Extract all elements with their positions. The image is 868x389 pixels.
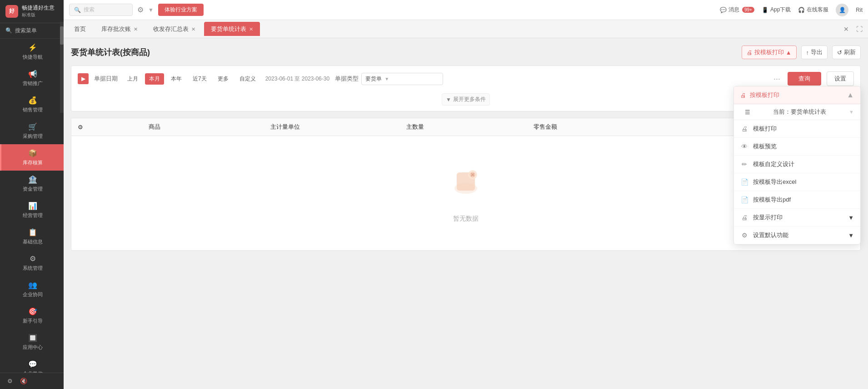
filter-expand-btn[interactable]: ▶ xyxy=(78,73,89,84)
dropdown-display-print-left: 🖨 按显示打印 xyxy=(740,213,783,222)
dropdown-default-fn-left: ⚙ 设置默认功能 xyxy=(740,231,788,239)
tabbar: 首页 库存批次账 ✕ 收发存汇总表 ✕ 要货单统计表 ✕ ✕ ⛶ xyxy=(64,20,868,38)
topbar-search[interactable]: 🔍 搜索 xyxy=(69,4,133,16)
sidebar-item-operation[interactable]: 📊 经营管理 xyxy=(0,197,64,223)
app-logo[interactable]: 好 畅捷通好生意 标准版 xyxy=(0,0,64,23)
industry-btn[interactable]: 体验行业方案 xyxy=(158,4,204,16)
download-icon: 📱 xyxy=(762,7,768,13)
dropdown-item-template-preview[interactable]: 👁 模板预览 xyxy=(734,138,860,156)
sidebar-item-sales[interactable]: 💰 销售管理 xyxy=(0,91,64,118)
tab-receipt-summary-label: 收发存汇总表 xyxy=(153,25,189,33)
sidebar-item-basic[interactable]: 📋 基础信息 xyxy=(0,223,64,250)
template-custom-icon: ✏ xyxy=(740,161,748,168)
date-btn-custom[interactable]: 自定义 xyxy=(235,73,260,85)
sidebar-item-guide[interactable]: 🎯 新手引导 xyxy=(0,303,64,329)
tab-close-window-btn[interactable]: ✕ xyxy=(842,24,851,35)
dropdown-title: 🖨 按模板打印 xyxy=(740,91,779,99)
message-item[interactable]: 💬 消息 99+ xyxy=(720,6,754,14)
expand-more-btn[interactable]: ▼ 展开更多条件 xyxy=(442,93,490,106)
tab-receipt-summary[interactable]: 收发存汇总表 ✕ xyxy=(146,22,202,36)
page-actions: 🖨 按模板打印 ▲ ↑ 导出 ↺ 刷新 xyxy=(742,45,861,59)
dropdown-display-print[interactable]: 🖨 按显示打印 ▼ xyxy=(734,209,860,227)
app-download-item[interactable]: 📱 App下载 xyxy=(762,6,791,14)
sidebar-item-wechat[interactable]: 💬 企业微信 xyxy=(0,355,64,373)
dropdown-default-fn[interactable]: ⚙ 设置默认功能 ▼ xyxy=(734,227,860,244)
more-actions-btn[interactable]: ··· xyxy=(772,74,782,84)
sidebar-item-quick-nav[interactable]: ⚡ 快捷导航 xyxy=(0,39,64,65)
tab-order-summary-close[interactable]: ✕ xyxy=(249,26,253,32)
tab-home-label: 首页 xyxy=(74,25,86,33)
refresh-btn[interactable]: ↺ 刷新 xyxy=(832,45,861,59)
sidebar-item-label: 资金管理 xyxy=(23,186,43,192)
user-avatar[interactable]: 👤 xyxy=(836,4,848,16)
date-btn-more[interactable]: 更多 xyxy=(214,73,233,85)
sidebar-item-finance[interactable]: 🏦 资金管理 xyxy=(0,171,64,197)
sidebar-search[interactable]: 🔍 搜索菜单 xyxy=(0,23,64,39)
export-btn[interactable]: ↑ 导出 xyxy=(801,45,828,59)
topbar-dropdown-icon[interactable]: ▼ xyxy=(148,7,154,13)
export-label: 导出 xyxy=(811,48,823,56)
tab-receipt-summary-close[interactable]: ✕ xyxy=(191,26,195,32)
dropdown-title-label: 按模板打印 xyxy=(750,91,779,99)
topbar-gear-icon[interactable]: ⚙ xyxy=(137,5,144,14)
template-excel-icon: 📄 xyxy=(740,178,748,186)
sidebar-item-marketing[interactable]: 📢 营销推广 xyxy=(0,65,64,91)
template-print-btn[interactable]: 🖨 按模板打印 ▲ xyxy=(742,45,797,59)
dropdown-item-template-excel[interactable]: 📄 按模板导出excel xyxy=(734,173,860,191)
dropdown-item-template-print[interactable]: 🖨 模板打印 xyxy=(734,120,860,138)
dropdown-current-arrow: ▼ xyxy=(849,109,854,115)
date-btn-current[interactable]: 本月 xyxy=(145,73,164,85)
collab-icon: 👥 xyxy=(28,281,37,289)
dropdown-close-btn[interactable]: ▲ xyxy=(847,91,854,99)
sidebar-item-inventory[interactable]: 📦 库存核算 xyxy=(0,144,64,171)
filter-dates: 上月 本月 本年 近7天 更多 自定义 xyxy=(123,73,260,85)
tab-batch-account-close[interactable]: ✕ xyxy=(134,26,138,32)
wechat-icon: 💬 xyxy=(28,360,37,369)
sidebar-item-collab[interactable]: 👥 企业协同 xyxy=(0,276,64,303)
sidebar-item-label: 营销推广 xyxy=(23,80,43,87)
type-select[interactable]: 要货单 ▼ xyxy=(361,73,443,85)
refresh-label: 刷新 xyxy=(844,48,856,56)
message-icon: 💬 xyxy=(720,7,727,13)
settings-icon[interactable]: ⚙ xyxy=(7,378,13,384)
appstore-icon: 🔲 xyxy=(28,333,37,342)
query-btn[interactable]: 查询 xyxy=(788,72,821,86)
dropdown-item-label: 模板预览 xyxy=(753,142,777,151)
tab-expand-btn[interactable]: ⛶ xyxy=(854,24,864,35)
tab-order-summary[interactable]: 要货单统计表 ✕ xyxy=(204,22,260,36)
col-settings[interactable]: ⚙ xyxy=(71,124,90,131)
headset-icon: 🎧 xyxy=(798,7,805,13)
dropdown-menu: 🖨 按模板打印 ▲ ☰ 当前：要货单统计表 ▼ 🖨 模板打印 👁 模板预览 xyxy=(733,86,861,245)
app-download-label: App下载 xyxy=(770,6,791,14)
online-service-label: 在线客服 xyxy=(807,6,828,14)
dropdown-item-template-pdf[interactable]: 📄 按模板导出pdf xyxy=(734,191,860,209)
online-service-item[interactable]: 🎧 在线客服 xyxy=(798,6,828,14)
mute-icon[interactable]: 🔇 xyxy=(20,378,27,384)
sidebar-item-label: 快捷导航 xyxy=(23,54,43,61)
date-btn-prev[interactable]: 上月 xyxy=(123,73,142,85)
sidebar-item-appstore[interactable]: 🔲 应用中心 xyxy=(0,329,64,355)
dropdown-item-template-custom[interactable]: ✏ 模板自定义设计 xyxy=(734,156,860,173)
page-header: 要货单统计表(按商品) 🖨 按模板打印 ▲ ↑ 导出 ↺ 刷新 xyxy=(71,45,861,59)
guide-icon: 🎯 xyxy=(28,307,37,316)
quick-nav-icon: ⚡ xyxy=(28,43,37,52)
tab-home[interactable]: 首页 xyxy=(67,22,93,36)
template-pdf-icon: 📄 xyxy=(740,196,748,203)
date-btn-7days[interactable]: 近7天 xyxy=(189,73,211,85)
sidebar-scrollbar-thumb xyxy=(60,26,64,45)
date-btn-year[interactable]: 本年 xyxy=(167,73,186,85)
dropdown-current-icon: ☰ xyxy=(745,109,750,116)
dropdown-current-item[interactable]: ☰ 当前：要货单统计表 ▼ xyxy=(734,104,860,120)
empty-icon xyxy=(448,163,484,208)
marketing-icon: 📢 xyxy=(28,70,37,78)
sidebar-item-system[interactable]: ⚙ 系统管理 xyxy=(0,250,64,276)
sidebar-item-purchase[interactable]: 🛒 采购管理 xyxy=(0,118,64,144)
settings-btn[interactable]: 设置 xyxy=(827,71,854,86)
sidebar-item-label: 经营管理 xyxy=(23,212,43,219)
tab-batch-account-label: 库存批次账 xyxy=(101,25,131,33)
tab-batch-account[interactable]: 库存批次账 ✕ xyxy=(95,22,145,36)
display-print-arrow: ▼ xyxy=(848,214,854,221)
sidebar-item-label: 基础信息 xyxy=(23,238,43,245)
sidebar-item-label: 应用中心 xyxy=(23,344,43,351)
message-label: 消息 xyxy=(728,6,739,14)
